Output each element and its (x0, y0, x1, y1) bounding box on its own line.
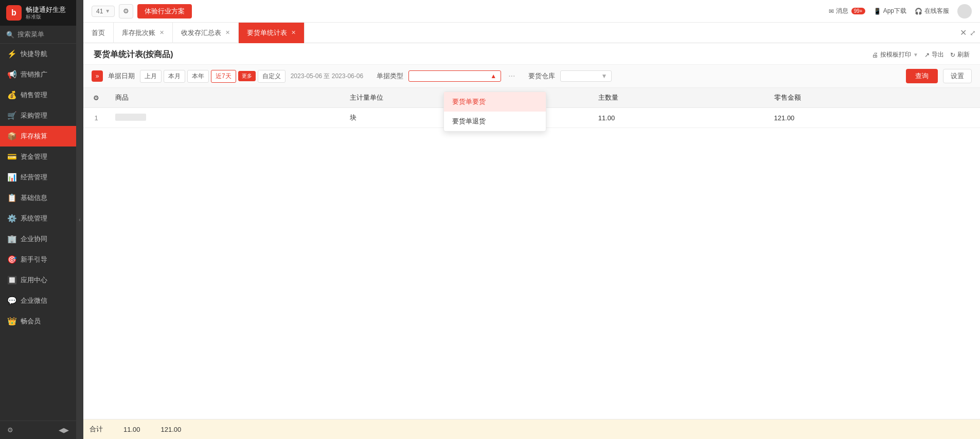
purchase-icon: 🛒 (7, 111, 16, 120)
date-btn-last-month[interactable]: 上月 (140, 70, 162, 83)
refresh-btn[interactable]: ↻ 刷新 (950, 50, 970, 59)
row-product (109, 108, 344, 128)
export-label: 导出 (932, 50, 944, 59)
refresh-icon: ↻ (950, 51, 955, 59)
sidebar-label-finance: 资金管理 (21, 152, 47, 161)
user-avatar[interactable] (957, 4, 972, 19)
industry-btn[interactable]: 体验行业方案 (137, 4, 192, 19)
company-selector[interactable]: 41 ▼ (92, 6, 115, 17)
sidebar-label-basic: 基础信息 (21, 193, 47, 203)
app-subtitle: 标准版 (26, 14, 66, 20)
date-btn-recent-7[interactable]: 近7天 (211, 70, 236, 83)
messages-btn[interactable]: ✉ 消息 99+ (829, 7, 865, 15)
sidebar-item-sales[interactable]: 💰 销售管理 (0, 85, 76, 105)
sidebar-item-quick-nav[interactable]: ⚡ 快捷导航 (0, 44, 76, 64)
tab-bar: 首页 库存批次账 ✕ 收发存汇总表 ✕ 要货单统计表 ✕ ✕ ⤢ (83, 23, 980, 43)
member-icon: 👑 (7, 317, 16, 326)
col-amount: 零售金额 (768, 88, 980, 108)
sidebar-item-app-center[interactable]: 🔲 应用中心 (0, 270, 76, 290)
search-menu-label: 搜索菜单 (17, 30, 44, 39)
query-button[interactable]: 查询 (906, 69, 938, 83)
sidebar-nav: ⚡ 快捷导航 📢 营销推广 💰 销售管理 🛒 采购管理 📦 库存核算 💳 资金管… (0, 44, 76, 420)
sidebar-item-operations[interactable]: 📊 经营管理 (0, 167, 76, 188)
tab-close-all-icon[interactable]: ✕ (960, 28, 967, 38)
date-btn-this-year[interactable]: 本年 (187, 70, 209, 83)
row-seq: 1 (83, 108, 109, 128)
type-filter-label: 单据类型 (377, 71, 403, 81)
sidebar-item-guide[interactable]: 🎯 新手引导 (0, 249, 76, 270)
messages-badge: 99+ (851, 8, 865, 14)
tab-receipt-close[interactable]: ✕ (225, 29, 230, 36)
online-service-btn[interactable]: 🎧 在线客服 (915, 7, 949, 15)
refresh-label: 刷新 (957, 50, 970, 59)
tab-receipt[interactable]: 收发存汇总表 ✕ (173, 23, 239, 43)
table-footer: 合计 11.00 121.00 (83, 419, 980, 439)
settings-button[interactable]: 设置 (943, 69, 972, 83)
top-bar: 41 ▼ ⚙ 体验行业方案 ✉ 消息 99+ 📱 App下载 🎧 在线客服 (83, 0, 980, 23)
print-btn[interactable]: 🖨 按模板打印 ▼ (872, 50, 918, 59)
quick-nav-icon: ⚡ (7, 49, 16, 59)
sidebar-label-member: 畅会员 (21, 317, 41, 326)
sidebar-bottom: ⚙ ◀▶ (0, 420, 76, 439)
sidebar-item-purchase[interactable]: 🛒 采购管理 (0, 105, 76, 126)
warehouse-select[interactable]: ▼ (560, 70, 612, 82)
tab-batch-close[interactable]: ✕ (159, 29, 164, 36)
tab-expand-icon[interactable]: ⤢ (970, 29, 976, 37)
sidebar-label-enterprise: 企业协同 (21, 234, 47, 244)
date-btn-more[interactable]: 更多 (238, 71, 256, 81)
sidebar-item-wechat[interactable]: 💬 企业微信 (0, 290, 76, 311)
sidebar-collapse-btn[interactable]: ‹ (76, 0, 83, 439)
sidebar-label-purchase: 采购管理 (21, 111, 47, 120)
headset-icon: 🎧 (915, 8, 922, 15)
export-icon: ↗ (924, 51, 930, 59)
tab-order-stat-close[interactable]: ✕ (291, 29, 296, 36)
filter-bar: » 单据日期 上月 本月 本年 近7天 更多 自定义 2023-05-06 至 … (83, 65, 980, 88)
warehouse-filter-label: 要货仓库 (528, 71, 555, 81)
page-title: 要货单统计表(按商品) (94, 49, 173, 60)
sidebar-item-inventory[interactable]: 📦 库存核算 (0, 126, 76, 147)
tab-order-stat[interactable]: 要货单统计表 ✕ (239, 23, 305, 43)
sidebar-item-enterprise[interactable]: 🏢 企业协同 (0, 229, 76, 249)
sidebar-label-guide: 新手引导 (21, 255, 47, 264)
sidebar-label-sales: 销售管理 (21, 90, 47, 100)
filter-more-dots[interactable]: ··· (508, 71, 515, 81)
tab-home-label: 首页 (92, 28, 105, 38)
dropdown-item-order-return[interactable]: 要货单退货 (444, 112, 546, 131)
company-selector-value: 41 (96, 8, 103, 15)
chevron-down-icon: ▼ (105, 8, 110, 14)
download-icon: 📱 (874, 8, 881, 15)
app-download-btn[interactable]: 📱 App下载 (874, 7, 906, 15)
messages-label: 消息 (836, 7, 848, 15)
sidebar-item-member[interactable]: 👑 畅会员 (0, 311, 76, 332)
sidebar-item-system[interactable]: ⚙️ 系统管理 (0, 208, 76, 229)
logo-text: 畅捷通好生意 标准版 (26, 6, 66, 20)
settings-gear-btn[interactable]: ⚙ (119, 4, 133, 19)
sidebar-collapse-icon[interactable]: ◀▶ (59, 426, 69, 434)
sidebar-item-basic[interactable]: 📋 基础信息 (0, 188, 76, 208)
top-bar-left: 41 ▼ ⚙ 体验行业方案 (92, 4, 823, 19)
sidebar-label-marketing: 营销推广 (21, 70, 47, 79)
search-icon: 🔍 (6, 31, 14, 39)
search-menu[interactable]: 🔍 搜索菜单 (0, 26, 76, 44)
sidebar-item-marketing[interactable]: 📢 营销推广 (0, 64, 76, 85)
date-btn-custom[interactable]: 自定义 (258, 70, 286, 83)
print-dropdown-icon: ▼ (913, 52, 918, 58)
app-download-label: App下载 (883, 7, 906, 15)
tab-home[interactable]: 首页 (83, 23, 114, 43)
app-title: 畅捷通好生意 (26, 6, 66, 14)
dropdown-item-order-goods[interactable]: 要货单要货 (444, 92, 546, 112)
sidebar-settings-icon[interactable]: ⚙ (7, 426, 13, 434)
filter-expand-btn[interactable]: » (92, 70, 103, 82)
tab-batch[interactable]: 库存批次账 ✕ (114, 23, 173, 43)
footer-total-qty: 11.00 (123, 426, 140, 433)
date-filter-label: 单据日期 (108, 71, 135, 81)
type-select[interactable]: ▲ (408, 70, 501, 82)
print-icon: 🖨 (872, 51, 878, 59)
sidebar-label-inventory: 库存核算 (21, 132, 47, 141)
message-icon: ✉ (829, 8, 834, 15)
sidebar: b 畅捷通好生意 标准版 🔍 搜索菜单 ⚡ 快捷导航 📢 营销推广 💰 销售管理… (0, 0, 76, 439)
col-settings[interactable]: ⚙ (83, 88, 109, 108)
sidebar-item-finance[interactable]: 💳 资金管理 (0, 147, 76, 167)
export-btn[interactable]: ↗ 导出 (924, 50, 944, 59)
date-btn-this-month[interactable]: 本月 (164, 70, 185, 83)
